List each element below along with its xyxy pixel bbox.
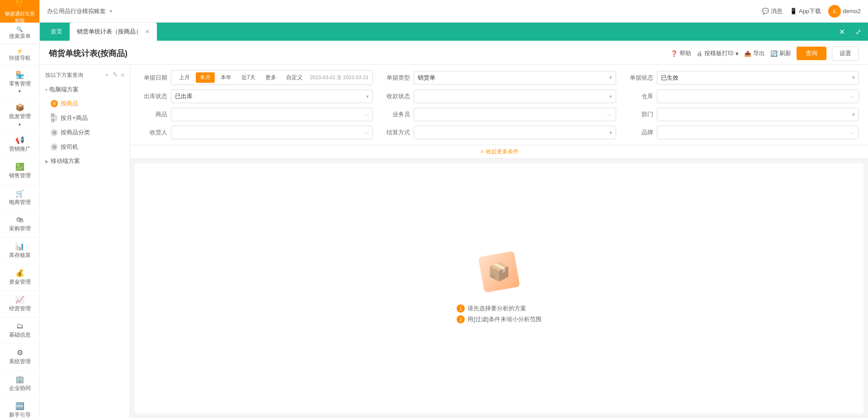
sidebar-item-ecommerce[interactable]: 🛒 电商管理 bbox=[0, 185, 39, 211]
tree-arrow-desktop: ▾ bbox=[45, 87, 47, 92]
sales-icon: 💹 bbox=[15, 162, 24, 171]
warehouse-status-control[interactable]: 已出库 ▾ bbox=[171, 90, 373, 103]
print-btn[interactable]: 🖨 按模板打印 ▾ bbox=[697, 49, 739, 57]
empty-box-icon bbox=[478, 251, 520, 293]
tree-arrow-mobile: ▶ bbox=[45, 159, 49, 164]
collapse-bar[interactable]: ∧ 收起更多条件 bbox=[130, 145, 868, 159]
brand-control[interactable]: ··· bbox=[657, 126, 859, 139]
date-btn-more[interactable]: 更多 bbox=[261, 72, 280, 83]
tree-child-by-category[interactable]: 按 按商品分类 bbox=[40, 125, 130, 140]
date-btn-7days[interactable]: 近7天 bbox=[237, 72, 259, 83]
sidebar-item-purchase[interactable]: 🛍 采购管理 bbox=[0, 211, 39, 238]
filter-row-2: 出库状态 已出库 ▾ 收款状态 ▾ 仓库 bbox=[139, 90, 859, 103]
dropdown-arrow[interactable]: ▾ bbox=[109, 8, 113, 14]
tree-label-desktop: 电脑端方案 bbox=[49, 86, 79, 94]
tree-parent-mobile[interactable]: ▶ 移动端方案 bbox=[40, 154, 130, 168]
date-btn-this-year[interactable]: 本年 bbox=[217, 72, 236, 83]
sales-stat-tab-label: 销货单统计表（按商品） bbox=[77, 28, 142, 36]
scheme-icon-by-sku: 按 bbox=[51, 143, 58, 151]
sidebar-quick-nav[interactable]: ⚡ 快捷导航 bbox=[0, 44, 39, 66]
salesman-dots[interactable]: ··· bbox=[607, 111, 612, 118]
left-panel-icons: ＋ ✎ « bbox=[104, 71, 124, 79]
empty-icon bbox=[476, 254, 522, 299]
tab-close-btn[interactable]: ✕ bbox=[145, 28, 150, 35]
logo-icon: 🧡 bbox=[5, 0, 35, 10]
scheme-icon-by-product: 按 bbox=[51, 100, 58, 107]
logo-text: 畅捷通好生意 标版 bbox=[5, 10, 35, 24]
goods-control[interactable]: ··· bbox=[171, 108, 373, 121]
export-btn[interactable]: 📤 导出 bbox=[744, 49, 765, 57]
consignee-control[interactable]: ··· bbox=[171, 126, 373, 139]
sidebar-item-enterprise[interactable]: 🏢 企业协同 bbox=[0, 370, 39, 397]
filter-row-1: 单据日期 上月 本月 本年 近7天 更多 自定义 2023-03-01 至 20… bbox=[139, 70, 859, 85]
sidebar-item-sales[interactable]: 💹 销售管理 bbox=[0, 158, 39, 185]
collapse-panel-btn[interactable]: « bbox=[121, 71, 124, 79]
tree-parent-desktop[interactable]: ▾ 电脑端方案 bbox=[40, 83, 130, 96]
doc-type-arrow: ▾ bbox=[609, 75, 612, 81]
sidebar-item-basic[interactable]: 🗂 基础信息 bbox=[0, 318, 39, 344]
settlement-control[interactable]: ▾ bbox=[414, 126, 616, 139]
sidebar-item-wholesale[interactable]: 📦 批发管理 ▴ bbox=[0, 99, 39, 131]
date-btn-custom[interactable]: 自定义 bbox=[282, 72, 307, 83]
topbar: 办公用品行业模拟账套 ▾ 💬 消息 📱 App下载 E demo2 bbox=[40, 0, 868, 23]
print-arrow[interactable]: ▾ bbox=[736, 50, 739, 57]
goods-dots[interactable]: ··· bbox=[364, 111, 369, 118]
tab-home[interactable]: 首页 bbox=[43, 23, 70, 41]
storage-dots[interactable]: ··· bbox=[850, 93, 855, 100]
sidebar-item-system[interactable]: ⚙ 系统管理 bbox=[0, 344, 39, 370]
settings-btn[interactable]: 设置 bbox=[832, 46, 859, 61]
brand-dots[interactable]: ··· bbox=[850, 129, 855, 136]
salesman-control[interactable]: ··· bbox=[414, 108, 616, 121]
refresh-icon: 🔄 bbox=[770, 50, 778, 57]
page-content: 销货单统计表(按商品) ❓ 帮助 🖨 按模板打印 ▾ 📤 导出 🔄 刷新 bbox=[40, 41, 868, 418]
tree-child-by-sku[interactable]: 按 按司机 bbox=[40, 140, 130, 154]
tab-sales-stat[interactable]: 销货单统计表（按商品） ✕ bbox=[70, 23, 157, 41]
dept-arrow: ▾ bbox=[852, 112, 855, 118]
storage-control[interactable]: ··· bbox=[657, 90, 859, 103]
help-btn[interactable]: ❓ 帮助 bbox=[670, 49, 691, 57]
search-icon: 🔍 bbox=[3, 26, 37, 33]
brand-label: 品牌 bbox=[625, 128, 657, 137]
doc-status-arrow: ▾ bbox=[852, 75, 855, 81]
left-panel: 按以下方案查询 ＋ ✎ « ▾ 电脑端方案 按 bbox=[40, 65, 130, 418]
query-btn[interactable]: 查询 bbox=[797, 47, 826, 60]
consignee-dots[interactable]: ··· bbox=[364, 129, 369, 136]
tab-close-all-btn[interactable]: ✕ bbox=[835, 25, 848, 38]
home-tab-label: 首页 bbox=[51, 28, 62, 36]
sidebar-item-operations[interactable]: 📈 经营管理 bbox=[0, 291, 39, 318]
page-actions: ❓ 帮助 🖨 按模板打印 ▾ 📤 导出 🔄 刷新 查询 设置 bbox=[670, 46, 859, 61]
date-btn-this-month[interactable]: 本月 bbox=[196, 72, 215, 83]
receipt-status-control[interactable]: ▾ bbox=[414, 90, 616, 103]
sidebar-item-guide[interactable]: 🆕 新手引导 bbox=[0, 397, 39, 418]
user-menu[interactable]: E demo2 bbox=[828, 5, 861, 18]
app-download-btn[interactable]: 📱 App下载 bbox=[790, 7, 821, 15]
scheme-label-by-category: 按商品分类 bbox=[61, 128, 90, 137]
sidebar-item-inventory[interactable]: 📊 库存核算 bbox=[0, 238, 39, 264]
warehouse-status-label: 出库状态 bbox=[139, 92, 171, 100]
receipt-status-label: 收款状态 bbox=[382, 92, 414, 100]
messages-btn[interactable]: 💬 消息 bbox=[762, 7, 783, 15]
date-btn-last-month[interactable]: 上月 bbox=[175, 72, 194, 83]
refresh-btn[interactable]: 🔄 刷新 bbox=[770, 49, 791, 57]
page-header: 销货单统计表(按商品) ❓ 帮助 🖨 按模板打印 ▾ 📤 导出 🔄 刷新 bbox=[40, 41, 868, 65]
warehouse-arrow: ▾ bbox=[366, 94, 369, 100]
edit-scheme-btn[interactable]: ✎ bbox=[113, 71, 118, 79]
tree-child-by-month-product[interactable]: 按月 按月+商品 bbox=[40, 111, 130, 125]
left-panel-header: 按以下方案查询 ＋ ✎ « bbox=[40, 69, 130, 83]
page-title: 销货单统计表(按商品) bbox=[49, 48, 127, 59]
salesman-label: 业务员 bbox=[382, 110, 414, 119]
main-area: 办公用品行业模拟账套 ▾ 💬 消息 📱 App下载 E demo2 首页 bbox=[40, 0, 868, 418]
sidebar-item-finance[interactable]: 💰 资金管理 bbox=[0, 264, 39, 291]
tree-child-by-product[interactable]: 按 按商品 bbox=[40, 96, 130, 111]
add-scheme-btn[interactable]: ＋ bbox=[104, 71, 110, 79]
finance-icon: 💰 bbox=[15, 269, 24, 277]
tab-expand-btn[interactable]: ⤢ bbox=[852, 25, 864, 38]
doc-type-control[interactable]: 销货单 ▾ bbox=[414, 71, 616, 85]
sidebar-item-marketing[interactable]: 📢 营销推广 bbox=[0, 131, 39, 158]
collapse-label: ∧ 收起更多条件 bbox=[480, 148, 518, 155]
sidebar-search[interactable]: 🔍 搜索菜单 bbox=[0, 23, 39, 44]
dept-control[interactable]: ▾ bbox=[657, 108, 859, 121]
doc-status-control[interactable]: 已生效 ▾ bbox=[657, 71, 859, 85]
purchase-icon: 🛍 bbox=[16, 216, 24, 224]
sidebar-item-retail[interactable]: 🏪 零售管理 ▾ bbox=[0, 66, 39, 99]
